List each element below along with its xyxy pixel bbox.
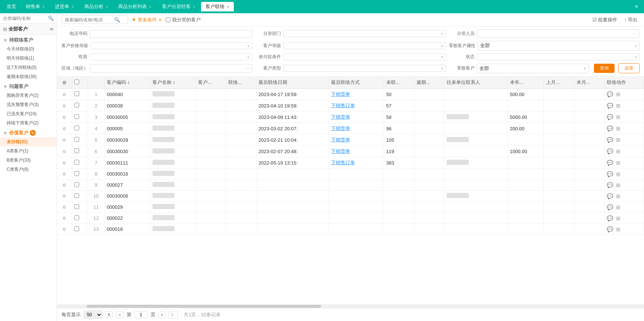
query-button[interactable]: 查询 xyxy=(594,64,615,73)
row-checkbox[interactable] xyxy=(74,204,79,209)
row-gear-icon[interactable]: ⚙ xyxy=(62,160,66,166)
chat-icon[interactable]: 💬 xyxy=(607,226,613,232)
page-size-select[interactable]: 50 20 100 xyxy=(84,311,102,319)
more-conditions-btn[interactable]: ▼ 更多条件 ∧ xyxy=(131,17,162,23)
grid-icon[interactable]: ⊞ xyxy=(616,114,620,120)
chat-icon[interactable]: 💬 xyxy=(607,148,613,154)
batch-operation-btn[interactable]: ☑ 批量操作 xyxy=(590,16,619,24)
row-checkbox[interactable] xyxy=(74,91,79,96)
row-gear-icon[interactable]: ⚙ xyxy=(62,126,66,131)
contact-method-link[interactable]: 下销货单 xyxy=(331,126,350,131)
search-input[interactable] xyxy=(65,17,113,22)
row-settings[interactable]: ⚙ xyxy=(57,191,72,202)
this-year-col-header[interactable]: 本年... xyxy=(507,77,544,89)
row-checkbox[interactable] xyxy=(74,171,79,176)
chat-icon[interactable]: 💬 xyxy=(607,114,613,120)
type-col-header[interactable]: 客户... xyxy=(196,77,226,89)
nav-tab-customer-contact[interactable]: 客户联络 × xyxy=(201,2,233,11)
chat-icon[interactable]: 💬 xyxy=(607,91,613,97)
my-customers-check[interactable] xyxy=(166,17,170,22)
row-checkbox[interactable] xyxy=(74,114,79,119)
close-purchase-tab[interactable]: × xyxy=(71,4,74,9)
horizontal-scrollbar[interactable] xyxy=(57,304,644,308)
chat-icon[interactable]: 💬 xyxy=(607,137,613,143)
nav-tab-sales[interactable]: 销售单 × xyxy=(21,2,49,11)
grid-icon[interactable]: ⊞ xyxy=(616,137,620,143)
sidebar-item-churn-warning[interactable]: 流失预警客户(3) xyxy=(0,100,57,109)
row-settings[interactable]: ⚙ xyxy=(57,100,72,112)
not-contacted-col-header[interactable]: 未联... xyxy=(384,77,414,89)
status-select[interactable]: ∨ xyxy=(477,53,640,60)
chat-icon[interactable]: 💬 xyxy=(607,193,613,199)
row-settings[interactable]: ⚙ xyxy=(57,89,72,100)
row-settings[interactable]: ⚙ xyxy=(57,202,72,213)
close-analysis-list-tab[interactable]: × xyxy=(149,4,151,9)
select-all-checkbox[interactable] xyxy=(74,80,79,84)
row-gear-icon[interactable]: ⚙ xyxy=(62,205,66,210)
group-value-customers[interactable]: ▼ 价值客户 ↻ xyxy=(0,128,57,137)
refresh-icon[interactable]: ↻ xyxy=(30,130,36,136)
row-settings[interactable]: ⚙ xyxy=(57,134,72,146)
sidebar-search-input[interactable] xyxy=(3,16,46,21)
scatter-select[interactable]: 全部 ∨ xyxy=(477,64,589,73)
name-col-header[interactable]: 客户名称 ↕ xyxy=(150,77,196,89)
chat-icon[interactable]: 💬 xyxy=(607,171,613,177)
row-gear-icon[interactable]: ⚙ xyxy=(62,194,66,199)
my-customers-checkbox[interactable]: 我分管的客户 xyxy=(166,17,201,23)
chat-icon[interactable]: 💬 xyxy=(607,215,613,221)
grid-icon[interactable]: ⊞ xyxy=(616,193,620,199)
manager-more[interactable]: ··· xyxy=(633,31,637,36)
row-settings[interactable]: ⚙ xyxy=(57,213,72,224)
sidebar-item-class-b[interactable]: B类客户(33) xyxy=(0,156,57,165)
row-gear-icon[interactable]: ⚙ xyxy=(62,227,66,232)
chat-icon[interactable]: 💬 xyxy=(607,160,613,166)
grid-icon[interactable]: ⊞ xyxy=(616,171,620,177)
contact-col-header[interactable]: 联络... xyxy=(226,77,256,89)
row-checkbox[interactable] xyxy=(74,148,79,153)
chat-icon[interactable]: 💬 xyxy=(607,103,613,109)
collapse-icon[interactable]: ≪ xyxy=(49,27,54,32)
row-checkbox[interactable] xyxy=(74,193,79,198)
sidebar-item-declining[interactable]: 持续下滑客户(2) xyxy=(0,119,57,128)
settings-col-header[interactable]: ⚙ xyxy=(57,77,72,89)
region-more[interactable]: ··· xyxy=(246,66,250,71)
grid-icon[interactable]: ⊞ xyxy=(616,103,620,109)
group-pending-contact[interactable]: ▼ 待联络客户 xyxy=(0,35,57,45)
contact-method-link[interactable]: 下销货单 xyxy=(331,137,350,142)
sidebar-search-icon[interactable]: 🔍 xyxy=(48,15,54,21)
row-settings[interactable]: ⚙ xyxy=(57,157,72,169)
code-col-header[interactable]: 客户编码 ↕ xyxy=(105,77,150,89)
all-customers-header[interactable]: ⊞ 全部客户 ≪ xyxy=(0,24,57,35)
prev-page-btn[interactable]: < xyxy=(116,311,123,318)
row-settings[interactable]: ⚙ xyxy=(57,224,72,235)
customer-grade-select[interactable]: ∨ xyxy=(283,42,446,49)
phone-input[interactable] xyxy=(89,30,252,38)
sidebar-item-class-a[interactable]: A类客户(1) xyxy=(0,147,57,156)
export-btn[interactable]: ↑ 导出 xyxy=(622,16,640,24)
row-gear-icon[interactable]: ⚙ xyxy=(62,92,66,97)
contact-method-link[interactable]: 下销货单 xyxy=(331,148,350,154)
row-settings[interactable]: ⚙ xyxy=(57,146,72,157)
nav-tab-purchase[interactable]: 进货单 × xyxy=(50,2,78,11)
row-gear-icon[interactable]: ⚙ xyxy=(62,138,66,143)
sidebar-item-tomorrow[interactable]: 明天待联络(1) xyxy=(0,54,57,63)
dept-select[interactable]: ∨ xyxy=(283,30,446,37)
contact-method-link[interactable]: 下销货单 xyxy=(331,114,350,120)
contact-method-link[interactable]: 下销售订单 xyxy=(331,160,355,165)
unit-contact-col-header[interactable]: 往来单位联系人 xyxy=(444,77,507,89)
grid-icon[interactable]: ⊞ xyxy=(616,204,620,210)
sidebar-item-today[interactable]: 今天待联络(0) xyxy=(0,45,57,54)
overdue-col-header[interactable]: 逾期... xyxy=(414,77,444,89)
first-page-btn[interactable]: K xyxy=(105,311,113,318)
price-grade-select[interactable]: ∨ xyxy=(90,42,252,49)
contact-method-link[interactable]: 下销货单 xyxy=(331,91,350,97)
sidebar-item-overdue[interactable]: 逾期未联络(30) xyxy=(0,72,57,81)
row-settings[interactable]: ⚙ xyxy=(57,123,72,134)
sidebar-item-unclassified[interactable]: 未分组(32) xyxy=(0,137,57,147)
row-checkbox[interactable] xyxy=(74,215,79,220)
nav-tab-analysis[interactable]: 商品分析 × xyxy=(80,2,112,11)
row-gear-icon[interactable]: ⚙ xyxy=(62,149,66,154)
grid-icon[interactable]: ⊞ xyxy=(616,160,620,166)
row-settings[interactable]: ⚙ xyxy=(57,112,72,123)
sidebar-item-7days[interactable]: 近7天待联络(0) xyxy=(0,63,57,72)
